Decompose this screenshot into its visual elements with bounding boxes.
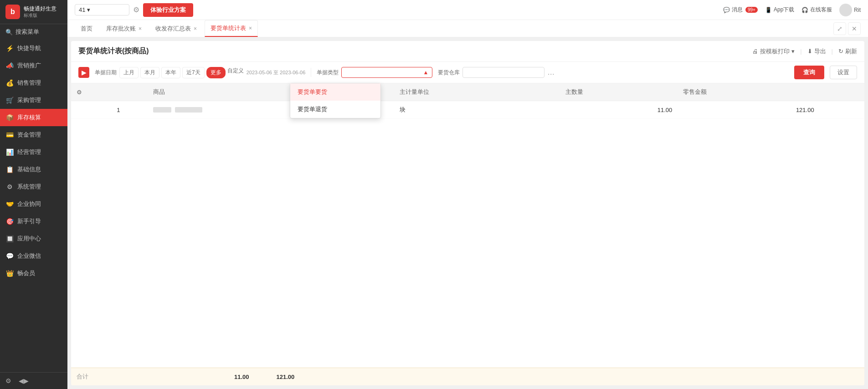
trial-button[interactable]: 体验行业方案 [143,3,193,17]
page-header: 要货单统计表(按商品) 🖨 按模板打印 ▾ | ⬇ 导出 | ↻ 刷新 [71,41,864,62]
sidebar-item-purchase[interactable]: 🛒 采购管理 [0,92,67,109]
sidebar-item-marketing[interactable]: 📣 营销推广 [0,57,67,74]
dropdown-item-return[interactable]: 要货单退货 [290,101,380,118]
sidebar-item-base[interactable]: 📋 基础信息 [0,161,67,178]
sidebar-collapse-icon[interactable]: ◀▶ [19,377,29,384]
tab-order-stats[interactable]: 要货单统计表 × [205,20,258,37]
sidebar-item-label: 企业微信 [17,252,41,260]
print-dropdown-icon: ▾ [791,48,795,55]
cell-unit: 块 [394,101,560,119]
sidebar-item-quick-nav[interactable]: ⚡ 快捷导航 [0,40,67,57]
inventory-icon: 📦 [5,113,14,122]
product-placeholder-2 [175,107,202,113]
tab-receive-summary-close[interactable]: × [194,26,197,32]
date-btn-custom[interactable]: 自定义 [227,67,244,78]
user-avatar [839,4,852,16]
sidebar-item-appstore[interactable]: 🔲 应用中心 [0,230,67,247]
search-menu-label: 搜索菜单 [15,28,39,36]
table-footer: 合计 11.00 121.00 [71,368,864,385]
sidebar-nav: ⚡ 快捷导航 📣 营销推广 💰 销售管理 🛒 采购管理 📦 库存核算 💳 资金管… [0,40,67,372]
type-filter-group: 单据类型 ▲ [317,67,432,78]
tab-home[interactable]: 首页 [75,20,98,37]
cell-amount: 121.00 [678,101,819,119]
tab-inventory-batch-close[interactable]: × [139,26,142,32]
warehouse-filter-group: 要货仓库 … [438,67,555,78]
message-action[interactable]: 💬 消息 99+ [723,6,758,14]
app-download-label: App下载 [774,6,794,14]
date-btn-cur[interactable]: 本月 [140,67,159,78]
enterprise-icon: 🤝 [5,200,14,208]
sidebar-item-label: 基础信息 [17,165,41,174]
tab-inventory-batch[interactable]: 库存批次账 × [100,20,148,37]
user-profile[interactable]: Rit [839,4,861,16]
table-body: 1 块 11.00 121.00 [71,101,864,119]
cell-extra [820,101,864,119]
date-btn-week[interactable]: 近7天 [182,67,205,78]
sidebar-item-label: 营销推广 [17,61,41,70]
search-menu[interactable]: 🔍 搜索菜单 [0,24,67,40]
tab-receive-summary[interactable]: 收发存汇总表 × [149,20,203,37]
wechat-icon: 💬 [5,252,14,260]
app-download-action[interactable]: 📱 App下载 [765,6,794,14]
sidebar-item-label: 快捷导航 [17,44,41,52]
tabs-close-all-btn[interactable]: ✕ [848,22,861,35]
footer-amount: 121.00 [277,374,295,380]
col-settings[interactable]: ⚙ [71,83,89,101]
marketing-icon: 📣 [5,61,14,70]
col-quantity: 主数量 [560,83,678,101]
settings-bottom-icon[interactable]: ⚙ [5,377,11,384]
store-number: 41 [79,6,85,13]
date-filter-group: 单据日期 上月 本月 本年 近7天 更多 自定义 2023-05-06 至 20… [95,67,305,78]
sidebar-item-finance[interactable]: 💳 资金管理 [0,126,67,143]
warehouse-filter-label: 要货仓库 [438,69,460,77]
warehouse-input[interactable] [462,67,544,78]
message-icon: 💬 [723,7,730,13]
sidebar-item-system[interactable]: ⚙ 系统管理 [0,178,67,195]
dropdown-icon: ▾ [87,6,90,13]
sidebar-item-inventory[interactable]: 📦 库存核算 [0,109,67,126]
sidebar-item-member[interactable]: 👑 畅会员 [0,265,67,282]
page-title: 要货单统计表(按商品) [78,46,149,56]
dropdown-item-order[interactable]: 要货单要货 [290,83,380,101]
export-btn[interactable]: ⬇ 导出 [807,47,826,56]
type-select[interactable]: ▲ [341,67,432,78]
col-rownum [89,83,148,101]
date-btn-prev[interactable]: 上月 [119,67,139,78]
sidebar-item-wechat[interactable]: 💬 企业微信 [0,247,67,265]
sidebar-item-enterprise[interactable]: 🤝 企业协同 [0,195,67,213]
type-dropdown-popup: 要货单要货 要货单退货 [290,83,381,118]
store-selector[interactable]: 41 ▾ [75,4,129,15]
table-row: 1 块 11.00 121.00 [71,101,864,119]
sidebar-item-operations[interactable]: 📊 经营管理 [0,143,67,161]
topbar: 41 ▾ ⚙ 体验行业方案 💬 消息 99+ 📱 App下载 🎧 在线客服 [67,0,868,20]
export-icon: ⬇ [807,48,812,55]
product-placeholder-1 [153,107,171,113]
footer-quantity: 11.00 [234,374,249,380]
sidebar-item-sales[interactable]: 💰 销售管理 [0,74,67,92]
tab-home-label: 首页 [81,25,92,33]
refresh-btn[interactable]: ↻ 刷新 [838,47,857,56]
date-btn-more[interactable]: 更多 [206,67,226,78]
guide-icon: 🎯 [5,217,14,225]
cell-quantity: 11.00 [560,101,678,119]
app-logo-icon: b [5,5,20,19]
date-btn-year[interactable]: 本年 [161,67,180,78]
search-button[interactable]: 查询 [794,66,824,79]
main-area: 41 ▾ ⚙ 体验行业方案 💬 消息 99+ 📱 App下载 🎧 在线客服 [67,0,868,389]
service-action[interactable]: 🎧 在线客服 [801,6,832,14]
more-filter-icon[interactable]: … [547,68,555,77]
service-label: 在线客服 [810,6,832,14]
sidebar-item-label: 系统管理 [17,183,41,191]
tabs-max-btn[interactable]: ⤢ [833,22,846,35]
print-btn[interactable]: 🖨 按模板打印 ▾ [752,47,795,56]
settings-button[interactable]: 设置 [830,66,857,79]
filter-expand-btn[interactable]: ▶ [78,67,89,78]
finance-icon: 💳 [5,131,14,139]
sidebar-item-guide[interactable]: 🎯 新手引导 [0,213,67,230]
topbar-left: 41 ▾ ⚙ 体验行业方案 [75,3,718,17]
sidebar-logo: b 畅捷通好生意 标准版 [0,0,67,24]
sidebar: b 畅捷通好生意 标准版 🔍 搜索菜单 ⚡ 快捷导航 📣 营销推广 💰 销售管理… [0,0,67,389]
topbar-gear-icon[interactable]: ⚙ [133,5,139,14]
tab-order-stats-close[interactable]: × [249,25,252,31]
footer-label: 合计 [77,373,88,381]
